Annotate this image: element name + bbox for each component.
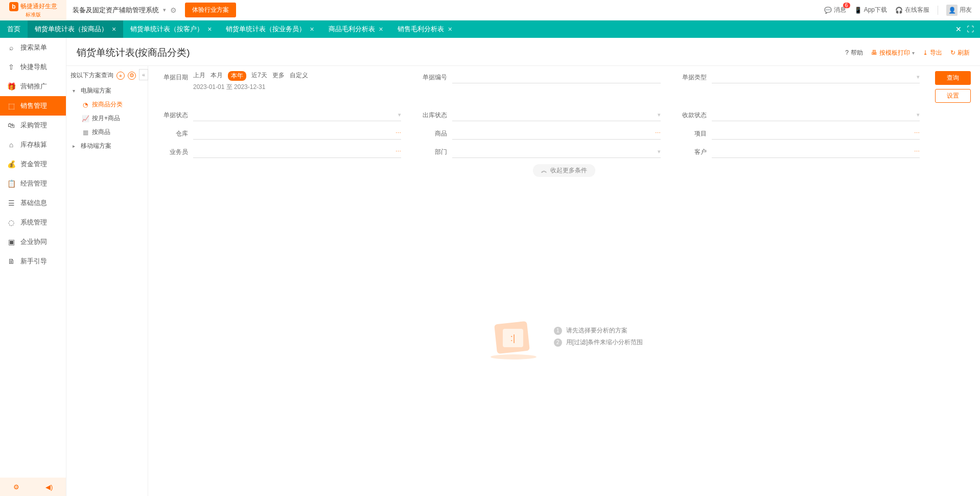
tree-group[interactable]: ▸移动端方案 [71,139,144,153]
caret-icon: ▾ [73,88,78,94]
refresh-button[interactable]: ↻ 刷新 [950,49,970,57]
close-icon[interactable]: × [207,25,212,33]
headset-icon: 🎧 [895,7,903,14]
menu-item[interactable]: 🛍采购管理 [0,116,66,135]
scheme-icon: ◔ [82,101,89,108]
system-selector[interactable]: 装备及固定资产辅助管理系统 ▾ [73,6,166,15]
tree-group[interactable]: ▾电脑端方案 [71,84,144,98]
menu-item[interactable]: ⌂库存核算 [0,135,66,154]
tab[interactable]: 销售毛利分析表× [390,20,459,38]
chevron-down-icon: ▾ [163,7,166,13]
user-menu[interactable]: 👤 用友 [946,5,972,16]
menu-item[interactable]: 📋经营管理 [0,174,66,193]
export-icon: ⤓ [923,49,928,56]
chevron-down-icon: ▾ [658,148,661,155]
export-button[interactable]: ⤓ 导出 [923,49,942,57]
scheme-icon: 📈 [82,115,89,122]
close-icon[interactable]: × [112,25,116,33]
filter-warehouse: 仓库 ⋯ [157,127,401,140]
fullscreen-icon[interactable]: ⛶ [967,25,974,33]
empty-illustration: :| [485,313,542,359]
tree-leaf[interactable]: ▦按商品 [71,125,144,139]
tab[interactable]: 销货单统计表（按商品）× [28,20,123,38]
product-select[interactable]: ⋯ [452,127,660,140]
doc-type-select[interactable]: ▾ [712,71,920,83]
tree-leaf[interactable]: ◔按商品分类 [71,98,144,111]
date-option[interactable]: 近7天 [251,71,267,81]
page-title: 销货单统计表(按商品分类) [77,46,190,59]
config-scheme-button[interactable]: ⚙ [128,72,136,80]
menu-item[interactable]: ◌系统管理 [0,213,66,232]
customer-select[interactable]: ⋯ [712,146,920,158]
warehouse-select[interactable]: ⋯ [193,127,401,140]
date-option[interactable]: 更多 [272,71,285,81]
empty-step-2: 2 用[过滤]条件来缩小分析范围 [554,338,643,347]
salesman-select[interactable]: ⋯ [193,146,401,158]
logo-text: 畅捷通好生意 [20,2,57,11]
scheme-header: 按以下方案查询 + ⚙ [71,71,144,80]
menu-icon: ☰ [7,199,15,207]
gear-icon[interactable]: ⚙ [170,6,177,14]
doc-status-select[interactable]: ▾ [193,109,401,121]
logo-subtitle: 标准版 [26,11,41,18]
settings-icon[interactable]: ⚙ [13,483,19,491]
help-icon: ? [845,49,849,56]
query-button[interactable]: 查询 [935,71,971,85]
experience-button[interactable]: 体验行业方案 [185,3,236,17]
tab[interactable]: 商品毛利分析表× [321,20,390,38]
doc-no-input[interactable] [452,71,660,83]
menu-item[interactable]: ☰基础信息 [0,193,66,213]
menu-icon: ◌ [7,218,15,227]
chevron-down-icon: ▾ [398,111,401,118]
collapse-menu-icon[interactable]: ◀) [45,483,53,491]
date-option[interactable]: 本年 [228,71,246,81]
chat-icon: 💬 [824,7,832,14]
print-button[interactable]: 🖶 按模板打印 ▾ [871,49,915,57]
menu-item[interactable]: ⇧快捷导航 [0,57,66,77]
date-option[interactable]: 本月 [211,71,223,81]
online-service-button[interactable]: 🎧 在线客服 [895,6,929,14]
close-icon[interactable]: × [379,25,383,33]
close-icon[interactable]: × [448,25,452,33]
filter-customer: 客户 ⋯ [676,146,920,158]
menu-item[interactable]: 🗎新手引导 [0,252,66,271]
filter-out-status: 出库状态 ▾ [416,109,660,121]
menu-item[interactable]: 🎁营销推广 [0,77,66,96]
dept-select[interactable]: ▾ [452,146,660,158]
menu-item[interactable]: ▣企业协同 [0,232,66,252]
date-option[interactable]: 上月 [193,71,205,81]
collapse-filters-button[interactable]: ︽ 收起更多条件 [533,164,595,177]
close-icon[interactable]: × [310,25,314,33]
add-scheme-button[interactable]: + [116,72,125,80]
setting-button[interactable]: 设置 [935,89,971,103]
tab[interactable]: 首页 [0,20,28,38]
help-button[interactable]: ? 帮助 [845,49,863,57]
more-icon: ⋯ [655,130,661,137]
more-icon: ⋯ [914,130,920,137]
out-status-select[interactable]: ▾ [452,109,660,121]
collapse-panel-button[interactable]: « [139,69,148,80]
tabs-row: 首页销货单统计表（按商品）×销货单统计表（按客户）×销货单统计表（按业务员）×商… [0,20,980,38]
message-button[interactable]: 💬 消息 6 [824,6,846,14]
tab[interactable]: 销货单统计表（按业务员）× [219,20,321,38]
scheme-icon: ▦ [82,129,89,136]
menu-item[interactable]: 💰资金管理 [0,154,66,174]
menu-icon: ⌂ [7,141,15,149]
menu-item[interactable]: ⌕搜索菜单 [0,38,66,57]
avatar: 👤 [946,5,958,16]
print-icon: 🖶 [871,49,877,56]
logo: b 畅捷通好生意 标准版 [0,0,66,20]
close-all-icon[interactable]: ✕ [955,25,962,33]
pay-status-select[interactable]: ▾ [712,109,920,121]
project-select[interactable]: ⋯ [712,127,920,140]
menu-item[interactable]: ⬚销售管理 [0,96,66,116]
menu-icon: 🛍 [7,121,15,129]
app-download-button[interactable]: 📱 App下载 [854,6,887,14]
tab[interactable]: 销货单统计表（按客户）× [123,20,219,38]
page-actions: ? 帮助 🖶 按模板打印 ▾ ⤓ 导出 ↻ 刷新 [845,49,970,57]
date-option[interactable]: 自定义 [290,71,308,81]
phone-icon: 📱 [854,7,862,14]
more-icon: ⋯ [395,130,401,137]
filter-doc-status: 单据状态 ▾ [157,109,401,121]
tree-leaf[interactable]: 📈按月+商品 [71,111,144,125]
